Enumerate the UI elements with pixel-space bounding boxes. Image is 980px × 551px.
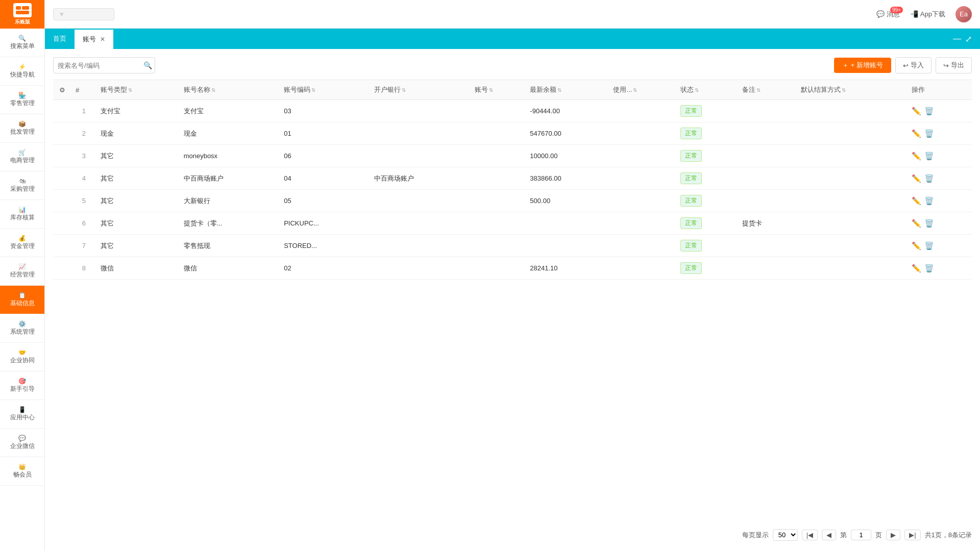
- edit-icon[interactable]: ✏️: [912, 241, 921, 251]
- delete-icon[interactable]: 🗑️: [924, 107, 934, 116]
- message-badge: 99+: [890, 7, 903, 13]
- row-type: 微信: [96, 257, 180, 280]
- sidebar-item-guide[interactable]: 🎯 新手引导: [0, 371, 44, 400]
- sidebar-item-capital[interactable]: 💰 资金管理: [0, 229, 44, 257]
- prev-page-button[interactable]: ◀: [822, 530, 836, 540]
- sidebar-item-ecom[interactable]: 🛒 电商管理: [0, 143, 44, 171]
- edit-icon[interactable]: ✏️: [912, 107, 921, 116]
- app-name: 乐账版: [15, 18, 30, 26]
- row-note: [738, 122, 797, 145]
- sidebar-item-app-center[interactable]: 📱 应用中心: [0, 400, 44, 429]
- add-account-button[interactable]: ＋ + 新增账号: [834, 58, 891, 73]
- edit-icon[interactable]: ✏️: [912, 129, 921, 138]
- tab-account[interactable]: 账号 ✕: [75, 29, 113, 49]
- page-size-select[interactable]: 50: [773, 529, 798, 541]
- row-code: 01: [280, 122, 370, 145]
- row-name: 大新银行: [180, 190, 280, 212]
- edit-icon[interactable]: ✏️: [912, 219, 921, 228]
- tab-close-icon[interactable]: ✕: [100, 36, 105, 43]
- status-badge: 正常: [680, 240, 702, 252]
- delete-icon[interactable]: 🗑️: [924, 152, 934, 161]
- delete-icon[interactable]: 🗑️: [924, 196, 934, 206]
- col-status[interactable]: 状态⇅: [676, 80, 738, 100]
- delete-icon[interactable]: 🗑️: [924, 264, 934, 273]
- search-input-wrap: 🔍: [53, 57, 155, 73]
- col-name[interactable]: 账号名称⇅: [180, 80, 280, 100]
- row-settings-cell: [53, 257, 71, 280]
- col-default-settle[interactable]: 默认结算方式⇅: [797, 80, 908, 100]
- column-settings-icon[interactable]: ⚙: [59, 86, 65, 94]
- row-default-settle: [797, 167, 908, 190]
- maximize-icon[interactable]: ⤢: [965, 34, 972, 44]
- first-page-button[interactable]: |◀: [802, 530, 818, 540]
- sidebar-item-label: 快捷导航: [2, 70, 42, 79]
- row-code: 03: [280, 100, 370, 122]
- sidebar-item-member[interactable]: 👑 畅会员: [0, 457, 44, 486]
- sidebar-item-basic[interactable]: 📋 基础信息: [0, 286, 44, 314]
- accounts-table: ⚙ # 账号类型⇅ 账号名称⇅ 账号编码⇅ 开户银行⇅ 账号⇅ 最新余额⇅ 使用…: [53, 80, 972, 280]
- row-name: 提货卡（零...: [180, 212, 280, 235]
- search-input[interactable]: [58, 62, 143, 69]
- col-bank[interactable]: 开户银行⇅: [370, 80, 471, 100]
- delete-icon[interactable]: 🗑️: [924, 174, 934, 183]
- page-number-input[interactable]: [851, 530, 871, 540]
- sidebar-item-wechat[interactable]: 💬 企业微信: [0, 429, 44, 457]
- enterprise-icon: 🤝: [2, 349, 42, 356]
- col-usage[interactable]: 使用...⇅: [609, 80, 676, 100]
- sidebar-item-wholesale[interactable]: 📦 批发管理: [0, 114, 44, 143]
- app-download-button[interactable]: 📲 App下载: [910, 10, 945, 19]
- sidebar-item-system[interactable]: ⚙️ 系统管理: [0, 314, 44, 343]
- tab-home[interactable]: 首页: [45, 29, 75, 49]
- edit-icon[interactable]: ✏️: [912, 152, 921, 161]
- sidebar-item-label: 电商管理: [2, 156, 42, 165]
- edit-icon[interactable]: ✏️: [912, 196, 921, 206]
- next-page-button[interactable]: ▶: [886, 530, 900, 540]
- inventory-icon: 📊: [2, 206, 42, 213]
- row-status: 正常: [676, 100, 738, 122]
- main-area: ▼ 💬 消息 99+ 📲 App下载 Ea 首页 账号 ✕: [45, 0, 980, 551]
- row-bank: [370, 235, 471, 257]
- sidebar-item-inventory[interactable]: 📊 库存核算: [0, 200, 44, 229]
- message-button[interactable]: 💬 消息 99+: [876, 10, 900, 19]
- row-type: 支付宝: [96, 100, 180, 122]
- row-default-settle: [797, 190, 908, 212]
- row-note: [738, 235, 797, 257]
- page-label: 第: [840, 531, 847, 540]
- row-name: 支付宝: [180, 100, 280, 122]
- col-code[interactable]: 账号编码⇅: [280, 80, 370, 100]
- sidebar-item-label: 企业微信: [2, 442, 42, 450]
- minimize-icon[interactable]: —: [953, 34, 961, 43]
- row-balance: 10000.00: [526, 145, 609, 167]
- col-account[interactable]: 账号⇅: [471, 80, 526, 100]
- sidebar-item-retail[interactable]: 🏪 零售管理: [0, 86, 44, 114]
- col-settings[interactable]: ⚙: [53, 80, 71, 100]
- row-note: [738, 257, 797, 280]
- row-type: 其它: [96, 167, 180, 190]
- svg-rect-1: [22, 6, 29, 10]
- export-button[interactable]: ↪ 导出: [936, 57, 972, 73]
- sidebar-item-quick[interactable]: ⚡ 快捷导航: [0, 57, 44, 86]
- export-icon: ↪: [943, 62, 949, 69]
- col-balance[interactable]: 最新余额⇅: [526, 80, 609, 100]
- row-default-settle: [797, 235, 908, 257]
- delete-icon[interactable]: 🗑️: [924, 219, 934, 228]
- delete-icon[interactable]: 🗑️: [924, 129, 934, 138]
- sidebar-item-operation[interactable]: 📈 经营管理: [0, 257, 44, 286]
- delete-icon[interactable]: 🗑️: [924, 241, 934, 251]
- edit-icon[interactable]: ✏️: [912, 264, 921, 273]
- sidebar-item-search[interactable]: 🔍 搜索菜单: [0, 29, 44, 57]
- import-button[interactable]: ↩ 导入: [895, 57, 932, 73]
- col-type[interactable]: 账号类型⇅: [96, 80, 180, 100]
- row-code: 06: [280, 145, 370, 167]
- import-icon: ↩: [903, 62, 909, 69]
- sidebar-item-purchase[interactable]: 🛍 采购管理: [0, 171, 44, 200]
- wechat-icon: 💬: [2, 435, 42, 442]
- table-row: 4 其它 中百商场账户 04 中百商场账户 383866.00 正常 ✏️ 🗑️: [53, 167, 972, 190]
- last-page-button[interactable]: ▶|: [904, 530, 920, 540]
- col-note[interactable]: 备注⇅: [738, 80, 797, 100]
- app-download-icon: 📲: [910, 10, 918, 18]
- edit-icon[interactable]: ✏️: [912, 174, 921, 183]
- sidebar-item-enterprise[interactable]: 🤝 企业协同: [0, 343, 44, 371]
- system-icon: ⚙️: [2, 320, 42, 328]
- user-avatar[interactable]: Ea: [955, 6, 972, 22]
